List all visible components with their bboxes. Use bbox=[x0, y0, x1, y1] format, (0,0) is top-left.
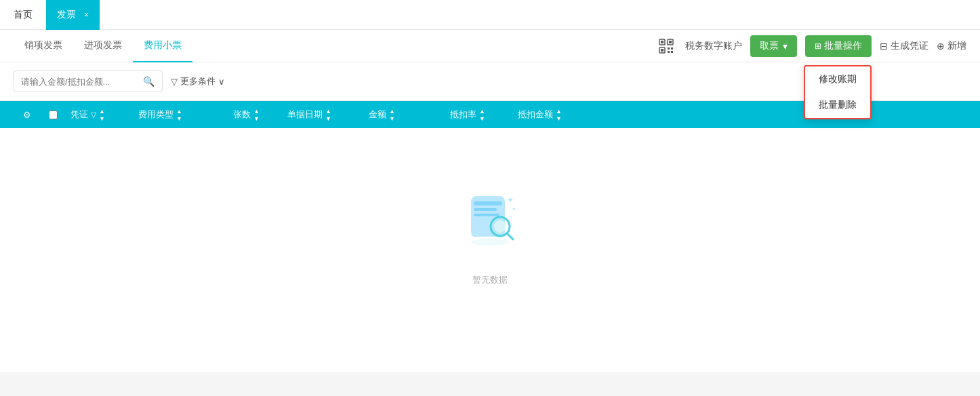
svg-text:✦: ✦ bbox=[512, 206, 516, 212]
voucher-label: 生成凭证 bbox=[891, 40, 928, 52]
sort-down-icon: ▼ bbox=[479, 115, 485, 122]
voucher-icon: ⊟ bbox=[880, 41, 888, 52]
more-filter-label: 更多条件 bbox=[180, 75, 216, 87]
close-tab-button[interactable]: × bbox=[84, 10, 89, 20]
svg-point-16 bbox=[494, 220, 506, 233]
content-area: ⚙ 凭证 ▽ ▲ ▼ 费用类型 ▲ ▼ 张数 ▲ ▼ bbox=[0, 101, 980, 372]
count-sort[interactable]: ▲ ▼ bbox=[253, 108, 260, 122]
amount-sort[interactable]: ▲ ▼ bbox=[389, 108, 395, 122]
sort-up-icon: ▲ bbox=[176, 108, 182, 115]
sort-up-icon: ▲ bbox=[253, 108, 260, 115]
sort-up-icon: ▲ bbox=[99, 108, 105, 115]
add-label: 新增 bbox=[947, 40, 966, 52]
batch-container: ⊞ 批量操作 修改账期 批量删除 bbox=[805, 35, 872, 57]
empty-icon: ✦ ✦ bbox=[456, 182, 524, 263]
th-count-label: 张数 bbox=[233, 108, 251, 121]
more-filter-button[interactable]: ▽ 更多条件 ∨ bbox=[171, 75, 225, 87]
invoice-tab[interactable]: 发票 × bbox=[46, 0, 100, 30]
svg-rect-14 bbox=[474, 214, 499, 216]
th-deduct-rate-label: 抵扣率 bbox=[450, 108, 476, 121]
th-deduct-rate: 抵扣率 ▲ ▼ bbox=[445, 108, 512, 122]
th-expense-type-label: 费用类型 bbox=[138, 108, 173, 121]
empty-state: ✦ ✦ 暂无数据 bbox=[0, 128, 980, 340]
voucher-filter-icon[interactable]: ▽ bbox=[91, 111, 96, 119]
th-voucher: 凭证 ▽ ▲ ▼ bbox=[65, 108, 133, 122]
select-all-checkbox[interactable] bbox=[49, 111, 58, 119]
tax-account-button[interactable]: 税务数字账户 bbox=[685, 40, 742, 52]
modify-period-item[interactable]: 修改账期 bbox=[805, 66, 870, 92]
svg-rect-7 bbox=[671, 47, 673, 50]
svg-text:✦: ✦ bbox=[507, 195, 514, 205]
svg-rect-8 bbox=[668, 51, 670, 53]
th-date: 单据日期 ▲ ▼ bbox=[282, 108, 363, 122]
svg-rect-12 bbox=[474, 201, 502, 205]
take-label: 取票 bbox=[760, 40, 779, 52]
sort-down-icon: ▼ bbox=[99, 115, 105, 122]
sort-down-icon: ▼ bbox=[325, 115, 331, 122]
sub-nav-purchase[interactable]: 进项发票 bbox=[73, 30, 133, 62]
th-amount: 金额 ▲ ▼ bbox=[363, 108, 445, 122]
deduct-rate-sort[interactable]: ▲ ▼ bbox=[479, 108, 485, 122]
invoice-tab-label: 发票 bbox=[57, 9, 76, 21]
svg-rect-9 bbox=[671, 51, 673, 53]
sort-down-icon: ▼ bbox=[556, 115, 562, 122]
svg-point-10 bbox=[471, 239, 509, 245]
sort-down-icon: ▼ bbox=[253, 115, 260, 122]
deduct-amount-sort[interactable]: ▲ ▼ bbox=[556, 108, 562, 122]
empty-label: 暂无数据 bbox=[472, 274, 508, 286]
home-tab[interactable]: 首页 bbox=[0, 9, 46, 21]
svg-rect-5 bbox=[661, 49, 663, 52]
th-voucher-label: 凭证 bbox=[70, 108, 88, 121]
svg-rect-3 bbox=[669, 41, 672, 43]
filter-icon: ▽ bbox=[171, 77, 178, 87]
sub-nav-sales[interactable]: 销项发票 bbox=[14, 30, 73, 62]
th-expense-type: 费用类型 ▲ ▼ bbox=[133, 108, 228, 122]
batch-delete-item[interactable]: 批量删除 bbox=[805, 92, 870, 118]
date-sort[interactable]: ▲ ▼ bbox=[325, 108, 331, 122]
th-count: 张数 ▲ ▼ bbox=[228, 108, 282, 122]
th-checkbox[interactable] bbox=[41, 111, 65, 119]
batch-label: 批量操作 bbox=[824, 40, 862, 52]
sort-down-icon: ▼ bbox=[176, 115, 182, 122]
top-nav: 首页 发票 × bbox=[0, 0, 980, 30]
batch-button[interactable]: ⊞ 批量操作 bbox=[805, 35, 872, 57]
voucher-button[interactable]: ⊟ 生成凭证 bbox=[880, 40, 928, 52]
sort-up-icon: ▲ bbox=[556, 108, 562, 115]
more-filter-arrow-icon: ∨ bbox=[218, 77, 225, 87]
take-arrow-icon: ▾ bbox=[783, 41, 788, 52]
th-date-label: 单据日期 bbox=[287, 108, 323, 121]
svg-rect-13 bbox=[474, 208, 497, 211]
sub-nav-expense[interactable]: 费用小票 bbox=[133, 30, 192, 62]
toolbar: 税务数字账户 取票 ▾ ⊞ 批量操作 修改账期 批量删除 ⊟ 生成凭证 ⊕ bbox=[642, 30, 980, 62]
batch-dropdown-menu: 修改账期 批量删除 bbox=[804, 65, 872, 119]
sort-down-icon: ▼ bbox=[389, 115, 395, 122]
th-deduct-amount-label: 抵扣金额 bbox=[518, 108, 553, 121]
add-button[interactable]: ⊕ 新增 bbox=[937, 40, 966, 52]
th-gear[interactable]: ⚙ bbox=[14, 110, 41, 120]
sort-up-icon: ▲ bbox=[479, 108, 485, 115]
settings-icon: ⚙ bbox=[23, 110, 31, 120]
voucher-sort[interactable]: ▲ ▼ bbox=[99, 108, 105, 122]
search-box[interactable]: 🔍 bbox=[14, 71, 163, 92]
sort-up-icon: ▲ bbox=[325, 108, 331, 115]
expense-type-sort[interactable]: ▲ ▼ bbox=[176, 108, 182, 122]
qr-button[interactable] bbox=[655, 35, 677, 57]
svg-line-17 bbox=[507, 233, 513, 239]
search-input[interactable] bbox=[21, 77, 143, 87]
take-button[interactable]: 取票 ▾ bbox=[750, 35, 797, 57]
search-icon[interactable]: 🔍 bbox=[143, 76, 155, 87]
sort-up-icon: ▲ bbox=[389, 108, 395, 115]
th-amount-label: 金额 bbox=[369, 108, 386, 121]
th-deduct-amount: 抵扣金额 ▲ ▼ bbox=[512, 108, 966, 122]
sub-nav: 销项发票 进项发票 费用小票 税务数字账户 取票 bbox=[0, 30, 980, 62]
svg-rect-1 bbox=[661, 41, 663, 43]
svg-rect-6 bbox=[668, 47, 670, 50]
add-icon: ⊕ bbox=[937, 41, 945, 52]
